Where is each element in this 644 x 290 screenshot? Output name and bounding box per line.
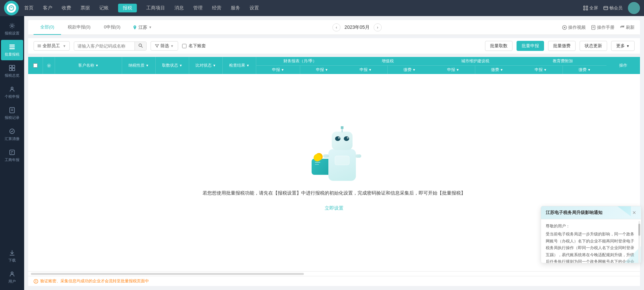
search-input[interactable] bbox=[74, 42, 135, 50]
th-edu-label: 教育费附加 bbox=[553, 58, 573, 64]
nav-settings[interactable]: 设置 bbox=[250, 5, 259, 11]
select-all-checkbox[interactable] bbox=[33, 63, 38, 68]
nav-invoice[interactable]: 票据 bbox=[80, 5, 90, 11]
setup-link[interactable]: 立即设置 bbox=[325, 205, 343, 211]
robot-right-arm bbox=[355, 154, 361, 158]
search-button[interactable] bbox=[135, 42, 146, 50]
user-avatar[interactable] bbox=[628, 2, 640, 14]
settings-icon bbox=[8, 22, 16, 29]
tab-zero-declare[interactable]: 0申报(0) bbox=[97, 20, 127, 35]
th-fetch[interactable]: 取数状态 ▼ bbox=[156, 57, 189, 74]
nav-service[interactable]: 服务 bbox=[231, 5, 240, 11]
th-compare-label: 比对状态 bbox=[196, 63, 212, 68]
nav-customer[interactable]: 客户 bbox=[43, 5, 52, 11]
th-finance-declare[interactable]: 申报 ▼ bbox=[256, 66, 300, 74]
svg-rect-5 bbox=[604, 6, 608, 10]
warning-icon bbox=[34, 279, 38, 284]
th-taxpayer[interactable]: 纳税性质 ▼ bbox=[122, 57, 156, 74]
next-month-button[interactable]: › bbox=[374, 23, 382, 31]
svg-rect-16 bbox=[10, 107, 14, 113]
employee-dropdown-arrow: ▼ bbox=[63, 44, 66, 48]
refresh-action[interactable]: 刷新 bbox=[620, 24, 635, 30]
sidebar-item-download[interactable]: 下载 bbox=[1, 246, 23, 266]
tab-declare-label: 税款申报 bbox=[68, 24, 85, 30]
nav-message[interactable]: 消息 bbox=[174, 5, 184, 11]
batch-icon bbox=[8, 43, 16, 51]
th-compare[interactable]: 比对状态 ▼ bbox=[189, 57, 223, 74]
member-button[interactable]: 畅会员 bbox=[603, 5, 623, 11]
batch-fetch-button[interactable]: 批量取数 bbox=[485, 41, 513, 51]
horizontal-scrollbar[interactable] bbox=[28, 271, 640, 276]
th-city-pay[interactable]: 缴费 ▼ bbox=[475, 66, 519, 74]
sidebar-item-batch-tax[interactable]: 批量报税 bbox=[1, 40, 23, 60]
tab-zero-label: 0申报 bbox=[104, 24, 115, 30]
svg-point-33 bbox=[139, 44, 142, 47]
region-label: 江苏 bbox=[139, 24, 147, 30]
nav-tax[interactable]: 报税 bbox=[118, 4, 137, 12]
sidebar-item-records[interactable]: 报税记录 bbox=[1, 103, 23, 124]
account-checkbox[interactable] bbox=[182, 44, 186, 48]
fullscreen-label: 全屏 bbox=[589, 5, 598, 11]
filter-button[interactable]: 筛选 ▼ bbox=[151, 41, 178, 51]
sidebar-item-user[interactable]: 用户 bbox=[1, 267, 23, 287]
th-taxpayer-label: 纳税性质 bbox=[128, 63, 145, 68]
th-customer[interactable]: 客户名称 ▼ bbox=[55, 57, 122, 74]
nav-home[interactable]: 首页 bbox=[24, 5, 34, 11]
tab-declare[interactable]: 税款申报(0) bbox=[61, 20, 97, 35]
th-city-declare[interactable]: 申报 ▼ bbox=[431, 66, 475, 74]
tab-all[interactable]: 全部(0) bbox=[34, 20, 61, 35]
nav-business[interactable]: 工商项目 bbox=[146, 5, 165, 11]
prev-month-button[interactable]: ‹ bbox=[332, 23, 340, 31]
notification-greeting: 尊敬的用户： bbox=[546, 223, 636, 229]
th-finance-label: 财务报表（月/季） bbox=[283, 58, 317, 64]
notification-close-button[interactable]: ✕ bbox=[632, 210, 636, 215]
th-check[interactable]: 检查结果 ▼ bbox=[223, 57, 256, 74]
sidebar-item-personal-tax[interactable]: 个税申报 bbox=[1, 82, 23, 102]
region-selector[interactable]: 江苏 ▼ bbox=[132, 24, 152, 30]
nav-billing[interactable]: 收费 bbox=[62, 5, 71, 11]
svg-rect-20 bbox=[10, 150, 14, 155]
user-icon bbox=[8, 270, 16, 278]
th-gear[interactable] bbox=[43, 57, 55, 74]
svg-point-38 bbox=[36, 282, 36, 283]
video-action[interactable]: 操作视频 bbox=[562, 24, 586, 30]
check-filter-icon: ▼ bbox=[246, 64, 250, 67]
batch-pay-button[interactable]: 批量缴费 bbox=[548, 41, 576, 51]
nav-bookkeeping[interactable]: 记账 bbox=[99, 5, 109, 11]
th-edu-declare[interactable]: 申报 ▼ bbox=[519, 66, 563, 74]
manual-action[interactable]: 操作手册 bbox=[591, 24, 614, 30]
th-edu-group: 教育费附加 申报 ▼ 缴费 ▼ bbox=[519, 57, 606, 74]
th-edu-pay[interactable]: 缴费 ▼ bbox=[563, 66, 606, 74]
book-icon bbox=[591, 25, 596, 30]
nav-manage[interactable]: 管理 bbox=[193, 5, 203, 11]
th-vat-declare[interactable]: 申报 ▼ bbox=[344, 66, 388, 74]
scrollbar-thumb[interactable] bbox=[31, 273, 304, 275]
sidebar-item-annual-report[interactable]: 工商年报 bbox=[1, 145, 23, 166]
sidebar-item-tax-settings[interactable]: 报税设置 bbox=[1, 19, 23, 39]
sidebar-label-overview: 报税总览 bbox=[5, 73, 19, 78]
toolbar: 全部员工 ▼ 筛选 ▼ 名下账套 bbox=[28, 38, 640, 54]
svg-rect-8 bbox=[9, 45, 15, 46]
th-finance-declare2[interactable]: 申报 ▼ bbox=[300, 66, 344, 74]
sidebar-item-overview[interactable]: 报税总览 bbox=[1, 61, 23, 81]
employee-selector[interactable]: 全部员工 ▼ bbox=[34, 41, 70, 51]
status-update-button[interactable]: 状态更新 bbox=[580, 41, 607, 51]
fullscreen-button[interactable]: 全屏 bbox=[583, 5, 598, 11]
app-logo[interactable] bbox=[4, 1, 19, 15]
batch-declare-button[interactable]: 批量申报 bbox=[517, 41, 544, 51]
current-date: 2023年05月 bbox=[344, 24, 370, 30]
notification-title: 江苏电子税务局升级影响通知 bbox=[546, 210, 602, 216]
th-checkbox[interactable] bbox=[28, 57, 43, 74]
svg-rect-4 bbox=[586, 9, 588, 10]
nav-menu: 首页 客户 收费 票据 记账 报税 工商项目 消息 管理 经营 服务 设置 bbox=[24, 4, 583, 12]
th-vat-label: 增值税 bbox=[382, 58, 394, 64]
nav-right: 全屏 畅会员 bbox=[583, 2, 640, 14]
nav-operation[interactable]: 经营 bbox=[212, 5, 221, 11]
notification-scrollbar-thumb[interactable] bbox=[638, 224, 640, 236]
svg-rect-2 bbox=[586, 6, 588, 7]
sidebar-item-settlement[interactable]: 汇算清缴 bbox=[1, 124, 23, 145]
robot-right-eye bbox=[344, 136, 349, 141]
th-vat-pay[interactable]: 缴费 ▼ bbox=[388, 66, 431, 74]
more-button[interactable]: 更多 ▼ bbox=[611, 41, 635, 51]
checkbox-account[interactable]: 名下账套 bbox=[182, 43, 206, 49]
